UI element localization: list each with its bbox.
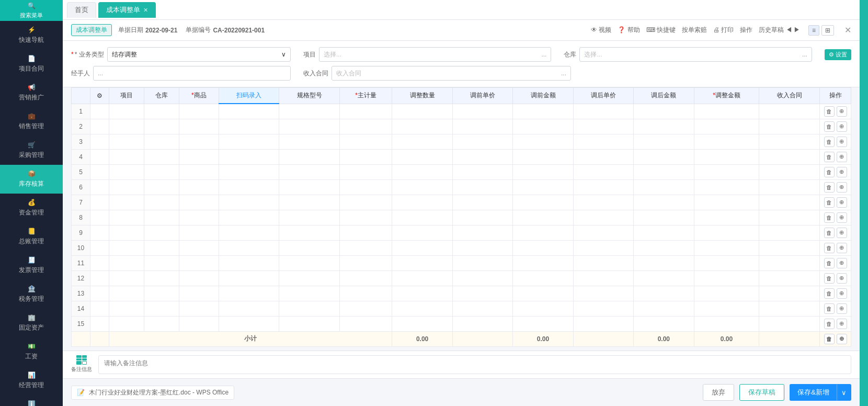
row-after-amount-9[interactable] bbox=[634, 225, 694, 240]
sidebar-item-operations[interactable]: 📊 经营管理 bbox=[0, 366, 63, 395]
sidebar-item-invoice[interactable]: 🧾 发票管理 bbox=[0, 251, 63, 280]
row-after-amount-11[interactable] bbox=[634, 255, 694, 270]
row-adjust-qty-11[interactable] bbox=[392, 255, 452, 270]
row-adjust-qty-8[interactable] bbox=[392, 210, 452, 225]
row-copy-7[interactable]: ⊕ bbox=[837, 197, 847, 208]
row-scan-9[interactable] bbox=[219, 225, 279, 240]
row-after-amount-8[interactable] bbox=[634, 210, 694, 225]
row-spec-3[interactable] bbox=[279, 134, 339, 149]
row-project-5[interactable] bbox=[109, 164, 144, 179]
row-after-amount-13[interactable] bbox=[634, 286, 694, 301]
row-before-price-15[interactable] bbox=[452, 316, 512, 331]
row-adjust-amount-4[interactable] bbox=[694, 149, 759, 164]
row-adjust-amount-3[interactable] bbox=[694, 134, 759, 149]
row-income-contract-10[interactable] bbox=[759, 240, 820, 255]
row-scan-1[interactable] bbox=[219, 104, 279, 119]
row-after-price-8[interactable] bbox=[573, 210, 633, 225]
row-product-11[interactable] bbox=[179, 255, 219, 270]
row-delete-10[interactable]: 🗑 bbox=[824, 243, 835, 253]
notes-icon[interactable]: 备注信息 bbox=[71, 355, 92, 373]
view-toggle-list[interactable]: ≡ bbox=[808, 25, 819, 36]
row-adjust-amount-15[interactable] bbox=[694, 316, 759, 331]
row-adjust-amount-13[interactable] bbox=[694, 286, 759, 301]
row-project-6[interactable] bbox=[109, 179, 144, 195]
row-delete-8[interactable]: 🗑 bbox=[824, 212, 835, 223]
row-after-amount-2[interactable] bbox=[634, 119, 694, 134]
project-input[interactable]: 选择... ... bbox=[319, 47, 551, 62]
row-scan-14[interactable] bbox=[219, 301, 279, 316]
row-after-amount-1[interactable] bbox=[634, 104, 694, 119]
row-delete-9[interactable]: 🗑 bbox=[824, 228, 835, 238]
row-spec-7[interactable] bbox=[279, 195, 339, 210]
notes-input[interactable] bbox=[98, 355, 851, 374]
row-after-price-14[interactable] bbox=[573, 301, 633, 316]
row-before-amount-9[interactable] bbox=[513, 225, 573, 240]
sidebar-item-base-info[interactable]: ℹ️ 基础信息 bbox=[0, 395, 63, 406]
row-after-price-15[interactable] bbox=[573, 316, 633, 331]
row-after-price-2[interactable] bbox=[573, 119, 633, 134]
row-delete-14[interactable]: 🗑 bbox=[824, 303, 835, 314]
row-adjust-qty-13[interactable] bbox=[392, 286, 452, 301]
row-scan-5[interactable] bbox=[219, 164, 279, 179]
row-copy-15[interactable]: ⊕ bbox=[837, 319, 847, 329]
row-spec-5[interactable] bbox=[279, 164, 339, 179]
row-delete-2[interactable]: 🗑 bbox=[824, 121, 835, 132]
row-spec-14[interactable] bbox=[279, 301, 339, 316]
row-product-13[interactable] bbox=[179, 286, 219, 301]
row-after-price-6[interactable] bbox=[573, 179, 633, 195]
row-project-12[interactable] bbox=[109, 270, 144, 286]
ops-btn[interactable]: 操作 bbox=[740, 26, 752, 35]
sidebar-item-payroll[interactable]: 💵 工资 bbox=[0, 337, 63, 366]
row-product-1[interactable] bbox=[179, 104, 219, 119]
row-product-7[interactable] bbox=[179, 195, 219, 210]
row-scan-4[interactable] bbox=[219, 149, 279, 164]
row-delete-15[interactable]: 🗑 bbox=[824, 319, 835, 329]
row-unit-7[interactable] bbox=[339, 195, 392, 210]
row-delete-3[interactable]: 🗑 bbox=[824, 137, 835, 147]
sidebar-item-sales-mgmt[interactable]: 💼 销售管理 bbox=[0, 107, 63, 136]
sidebar-search[interactable]: 🔍 搜索菜单 bbox=[0, 0, 63, 21]
row-income-contract-13[interactable] bbox=[759, 286, 820, 301]
row-unit-4[interactable] bbox=[339, 149, 392, 164]
row-before-amount-1[interactable] bbox=[513, 104, 573, 119]
sidebar-item-purchase-mgmt[interactable]: 🛒 采购管理 bbox=[0, 136, 63, 165]
row-before-amount-7[interactable] bbox=[513, 195, 573, 210]
tab-cost-adjust[interactable]: 成本调整单 ✕ bbox=[98, 2, 156, 18]
history-btn[interactable]: 历史草稿 ◀ ▶ bbox=[759, 26, 800, 35]
row-adjust-amount-8[interactable] bbox=[694, 210, 759, 225]
row-delete-12[interactable]: 🗑 bbox=[824, 273, 835, 284]
tab-home[interactable]: 首页 bbox=[67, 2, 96, 18]
row-scan-8[interactable] bbox=[219, 210, 279, 225]
row-income-contract-12[interactable] bbox=[759, 270, 820, 286]
row-before-price-3[interactable] bbox=[452, 134, 512, 149]
row-warehouse-15[interactable] bbox=[144, 316, 179, 331]
row-copy-3[interactable]: ⊕ bbox=[837, 137, 847, 147]
row-after-price-12[interactable] bbox=[573, 270, 633, 286]
row-project-10[interactable] bbox=[109, 240, 144, 255]
row-before-price-4[interactable] bbox=[452, 149, 512, 164]
row-product-3[interactable] bbox=[179, 134, 219, 149]
row-adjust-amount-14[interactable] bbox=[694, 301, 759, 316]
row-before-price-14[interactable] bbox=[452, 301, 512, 316]
row-adjust-qty-10[interactable] bbox=[392, 240, 452, 255]
row-adjust-qty-14[interactable] bbox=[392, 301, 452, 316]
row-spec-1[interactable] bbox=[279, 104, 339, 119]
row-income-contract-14[interactable] bbox=[759, 301, 820, 316]
row-unit-5[interactable] bbox=[339, 164, 392, 179]
row-warehouse-3[interactable] bbox=[144, 134, 179, 149]
doc-close-btn[interactable]: ✕ bbox=[844, 25, 851, 35]
row-before-amount-13[interactable] bbox=[513, 286, 573, 301]
row-income-contract-4[interactable] bbox=[759, 149, 820, 164]
row-product-14[interactable] bbox=[179, 301, 219, 316]
shortcut-btn[interactable]: ⌨ 快捷键 bbox=[646, 26, 676, 35]
row-unit-15[interactable] bbox=[339, 316, 392, 331]
row-product-2[interactable] bbox=[179, 119, 219, 134]
row-unit-3[interactable] bbox=[339, 134, 392, 149]
row-adjust-qty-15[interactable] bbox=[392, 316, 452, 331]
sidebar-item-quick-nav[interactable]: ⚡ 快速导航 bbox=[0, 21, 63, 50]
row-copy-12[interactable]: ⊕ bbox=[837, 273, 847, 284]
help-btn[interactable]: ❓ 帮助 bbox=[618, 26, 639, 35]
row-adjust-qty-6[interactable] bbox=[392, 179, 452, 195]
sidebar-item-sales-promo[interactable]: 📢 营销推广 bbox=[0, 78, 63, 107]
col-scan-header[interactable]: 扫码录入 bbox=[219, 88, 279, 104]
